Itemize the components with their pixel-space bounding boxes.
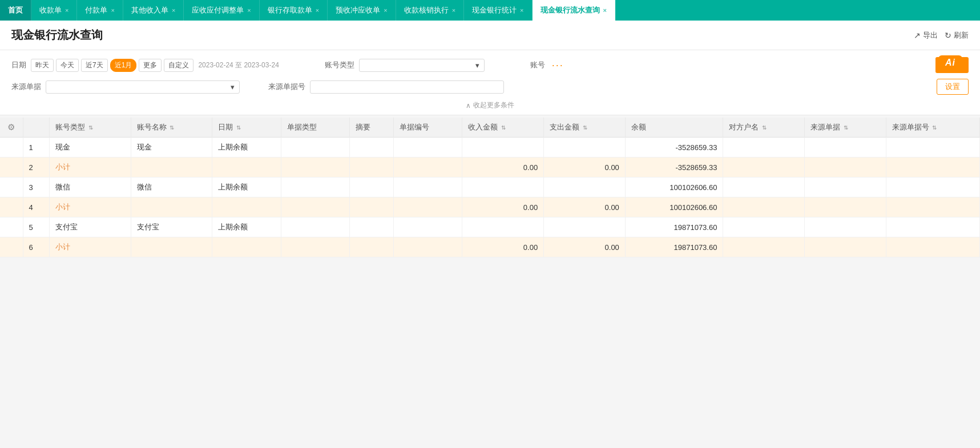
table-cell: 上期余额 xyxy=(212,177,281,197)
nav-tab-fukuandan[interactable]: 付款单 × xyxy=(77,0,123,21)
table-cell xyxy=(805,158,886,177)
table-cell xyxy=(212,237,281,257)
table-cell xyxy=(723,237,805,257)
table-cell xyxy=(349,138,393,158)
column-doc-type: 单据类型 xyxy=(281,118,349,138)
column-income[interactable]: 收入金额 ⇅ xyxy=(462,118,544,138)
column-account-name[interactable]: 账号名称 ⇅ xyxy=(131,118,212,138)
table-cell xyxy=(349,158,393,177)
filter-row-1: 日期 昨天 今天 近7天 近1月 更多 自定义 2023-02-24 至 202… xyxy=(11,57,969,73)
nav-tab-qitashouru[interactable]: 其他收入单 × xyxy=(123,0,184,21)
page-title: 现金银行流水查询 xyxy=(11,27,103,43)
filter-area: 日期 昨天 今天 近7天 近1月 更多 自定义 2023-02-24 至 202… xyxy=(0,50,980,115)
date-filter-group: 日期 昨天 今天 近7天 近1月 更多 自定义 2023-02-24 至 202… xyxy=(11,59,279,72)
table-cell xyxy=(544,217,626,237)
table-cell xyxy=(462,217,544,237)
date-btn-7days[interactable]: 近7天 xyxy=(81,59,108,72)
table-cell: 0.00 xyxy=(544,197,626,217)
close-icon[interactable]: × xyxy=(172,7,175,14)
nav-tab-yinhangcuqukuan[interactable]: 银行存取款单 × xyxy=(260,0,328,21)
table-cell xyxy=(131,237,212,257)
table-cell xyxy=(349,217,393,237)
account-type-select[interactable]: ▾ xyxy=(359,59,485,72)
page-header: 现金银行流水查询 ↗ 导出 ↻ 刷新 xyxy=(0,21,980,50)
nav-tab-xianjintongji[interactable]: 现金银行统计 × xyxy=(464,0,532,21)
table-cell xyxy=(349,197,393,217)
date-btn-1month[interactable]: 近1月 xyxy=(110,59,137,72)
column-gear[interactable]: ⚙ xyxy=(0,118,23,138)
table-cell xyxy=(349,237,393,257)
table-cell: 19871073.60 xyxy=(625,217,723,237)
close-icon[interactable]: × xyxy=(111,7,114,14)
close-icon[interactable]: × xyxy=(316,7,319,14)
account-filter-group: 账号 ··· xyxy=(530,59,564,71)
table-cell: 4 xyxy=(23,197,50,217)
table-cell xyxy=(886,237,979,257)
export-button[interactable]: ↗ 导出 xyxy=(914,30,938,41)
column-counterpart[interactable]: 对方户名 ⇅ xyxy=(723,118,805,138)
table-cell xyxy=(805,237,886,257)
sort-icon: ⇅ xyxy=(236,124,241,131)
account-type-filter-group: 账号类型 ▾ xyxy=(325,59,485,72)
table-row: 5支付宝支付宝上期余额19871073.60 xyxy=(0,217,980,237)
nav-tab-yushoudan[interactable]: 预收冲应收单 × xyxy=(328,0,396,21)
table-cell xyxy=(462,138,544,158)
source-doc-no-filter-group: 来源单据号 xyxy=(268,80,504,94)
table-cell xyxy=(281,177,349,197)
table-cell xyxy=(0,197,23,217)
table-cell xyxy=(723,158,805,177)
table-cell xyxy=(394,177,462,197)
collapse-button[interactable]: ∧ 收起更多条件 xyxy=(466,100,514,110)
table-cell: 现金 xyxy=(50,138,131,158)
table-body: 1现金现金上期余额-3528659.332小计0.000.00-3528659.… xyxy=(0,138,980,257)
sort-icon: ⇅ xyxy=(170,124,174,131)
close-icon[interactable]: × xyxy=(520,7,523,14)
column-account-type[interactable]: 账号类型 ⇅ xyxy=(50,118,131,138)
nav-tab-shoukuandan[interactable]: 收款单 × xyxy=(31,0,77,21)
date-label: 日期 xyxy=(11,60,26,70)
column-expense[interactable]: 支出金额 ⇅ xyxy=(544,118,626,138)
table-cell xyxy=(394,138,462,158)
close-icon[interactable]: × xyxy=(384,7,387,14)
nav-tab-liushui[interactable]: 现金银行流水查询 × xyxy=(533,0,615,21)
column-balance: 余额 xyxy=(625,118,723,138)
date-btn-yesterday[interactable]: 昨天 xyxy=(31,59,54,72)
close-icon-active[interactable]: × xyxy=(603,7,607,14)
table-cell: 0.00 xyxy=(462,197,544,217)
close-icon[interactable]: × xyxy=(452,7,455,14)
table-cell xyxy=(394,217,462,237)
chevron-down-icon: ▾ xyxy=(475,61,479,70)
nav-tab-shoukuanzhixing[interactable]: 收款核销执行 × xyxy=(396,0,464,21)
nav-home[interactable]: 首页 xyxy=(0,0,31,21)
close-icon[interactable]: × xyxy=(65,7,68,14)
account-dots-button[interactable]: ··· xyxy=(552,59,564,71)
date-btn-custom[interactable]: 自定义 xyxy=(164,59,193,72)
column-source-doc[interactable]: 来源单据 ⇅ xyxy=(805,118,886,138)
column-source-doc-no[interactable]: 来源单据号 ⇅ xyxy=(886,118,979,138)
source-doc-select[interactable]: ▾ xyxy=(46,80,240,94)
settings-button[interactable]: 设置 xyxy=(937,79,969,95)
source-doc-no-input[interactable] xyxy=(310,80,504,94)
table-cell: 小计 xyxy=(50,197,131,217)
table-row: 6小计0.000.0019871073.60 xyxy=(0,237,980,257)
column-summary: 摘要 xyxy=(349,118,393,138)
refresh-button[interactable]: ↻ 刷新 xyxy=(945,30,969,41)
table-cell xyxy=(544,177,626,197)
table-cell xyxy=(212,158,281,177)
table-cell: 微信 xyxy=(131,177,212,197)
table-cell: 小计 xyxy=(50,237,131,257)
table-cell: 1 xyxy=(23,138,50,158)
export-icon: ↗ xyxy=(914,31,921,40)
table-cell xyxy=(0,158,23,177)
column-date[interactable]: 日期 ⇅ xyxy=(212,118,281,138)
nav-tab-yingshoutiaoz[interactable]: 应收应付调整单 × xyxy=(184,0,259,21)
table-cell: 0.00 xyxy=(462,158,544,177)
sort-icon: ⇅ xyxy=(88,124,93,131)
date-btn-today[interactable]: 今天 xyxy=(56,59,79,72)
date-range-display: 2023-02-24 至 2023-03-24 xyxy=(198,60,279,70)
ai-badge[interactable]: Ai xyxy=(938,55,962,70)
table-cell xyxy=(723,177,805,197)
date-btn-more[interactable]: 更多 xyxy=(139,59,162,72)
close-icon[interactable]: × xyxy=(247,7,251,14)
source-doc-no-label: 来源单据号 xyxy=(268,82,305,92)
